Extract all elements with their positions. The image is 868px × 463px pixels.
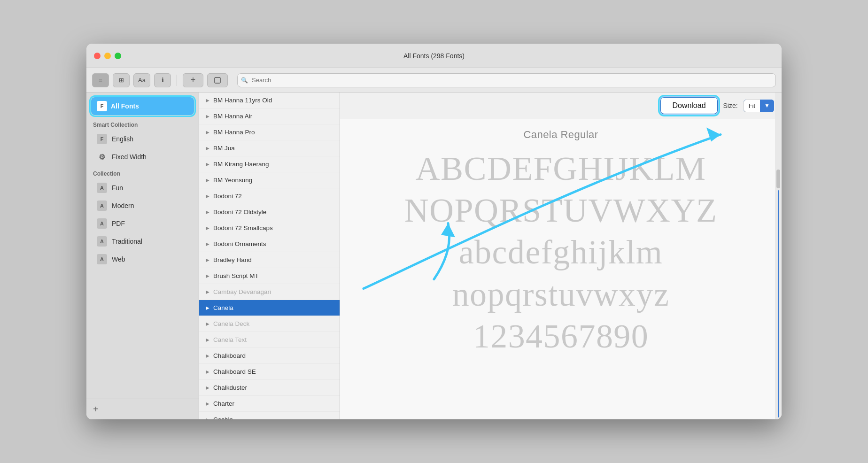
expand-arrow: ▶	[206, 337, 209, 342]
web-icon: A	[97, 254, 107, 264]
expand-arrow: ▶	[206, 385, 209, 390]
expand-arrow: ▶	[206, 225, 209, 231]
sidebar-item-web[interactable]: A Web	[90, 251, 195, 268]
info-button[interactable]: ℹ	[154, 73, 171, 87]
search-icon: 🔍	[241, 77, 248, 84]
font-item-bodoni-72-oldstyle[interactable]: ▶ Bodoni 72 Oldstyle	[199, 204, 340, 220]
expand-arrow: ▶	[206, 130, 209, 135]
font-name: BM Jua	[213, 145, 235, 152]
font-item-canela[interactable]: ▶ Canela	[199, 300, 340, 316]
grid-view-button[interactable]: ⊞	[113, 73, 130, 87]
font-item-bm-kirang-haerang[interactable]: ▶ BM Kirang Haerang	[199, 156, 340, 172]
traditional-icon: A	[97, 236, 107, 247]
font-item-canela-deck[interactable]: ▶ Canela Deck	[199, 316, 340, 332]
expand-arrow: ▶	[206, 257, 209, 262]
sidebar-item-modern[interactable]: A Modern	[90, 197, 195, 214]
font-item-bm-jua[interactable]: ▶ BM Jua	[199, 140, 340, 156]
app-window: All Fonts (298 Fonts) ≡ ⊞ Aa ℹ + 🔍 F	[86, 44, 782, 419]
font-item-bodoni-ornaments[interactable]: ▶ Bodoni Ornaments	[199, 236, 340, 252]
font-name: Bodoni Ornaments	[213, 240, 266, 247]
preview-toolbar: Download Size: Fit ▼	[340, 93, 782, 119]
minimize-button[interactable]	[104, 53, 111, 59]
font-name: Bodoni 72 Smallcaps	[213, 224, 273, 232]
expand-arrow: ▶	[206, 114, 209, 119]
sidebar-item-pdf[interactable]: A PDF	[90, 215, 195, 232]
font-item-bodoni-72-smallcaps[interactable]: ▶ Bodoni 72 Smallcaps	[199, 220, 340, 236]
font-name: Chalkduster	[213, 384, 247, 391]
expand-arrow: ▶	[206, 289, 209, 294]
window-title: All Fonts (298 Fonts)	[403, 52, 465, 60]
preview-lowercase2: nopqrstuvwxyz	[452, 276, 670, 313]
size-chevron-icon[interactable]: ▼	[760, 100, 774, 112]
sidebar-item-fixed-width[interactable]: ⚙ Fixed Width	[90, 148, 195, 165]
font-view-button[interactable]: Aa	[133, 73, 150, 87]
font-item-bm-hanna-pro[interactable]: ▶ BM Hanna Pro	[199, 124, 340, 140]
list-view-button[interactable]: ≡	[92, 73, 109, 87]
close-button[interactable]	[94, 53, 101, 59]
font-item-bodoni-72[interactable]: ▶ Bodoni 72	[199, 188, 340, 204]
fixed-width-label: Fixed Width	[112, 153, 147, 161]
font-item-charter[interactable]: ▶ Charter	[199, 396, 340, 412]
font-item-brush-script-mt[interactable]: ▶ Brush Script MT	[199, 268, 340, 284]
toolbar: ≡ ⊞ Aa ℹ + 🔍	[86, 68, 782, 93]
sidebar: F All Fonts Smart Collection F English ⚙…	[86, 93, 199, 419]
download-button[interactable]: Download	[660, 97, 717, 114]
font-name: Charter	[213, 400, 234, 407]
font-item-chalkboard-se[interactable]: ▶ Chalkboard SE	[199, 364, 340, 380]
font-name: Canela Deck	[213, 320, 249, 327]
fun-icon: A	[97, 183, 107, 193]
add-button[interactable]: +	[183, 73, 203, 87]
traditional-label: Traditional	[112, 238, 142, 245]
sidebar-add-collection-button[interactable]: +	[93, 404, 99, 415]
toolbar-divider-1	[177, 75, 177, 86]
preview-uppercase: ABCDEFGHIJKLM	[416, 150, 706, 187]
font-item-cambay-devanagari[interactable]: ▶ Cambay Devanagari	[199, 284, 340, 300]
font-item-chalkboard[interactable]: ▶ Chalkboard	[199, 348, 340, 364]
smart-collection-title: Smart Collection	[86, 117, 199, 130]
preview-font-name: Canela Regular	[523, 129, 598, 141]
font-item-bm-hanna-air[interactable]: ▶ BM Hanna Air	[199, 108, 340, 124]
font-item-bm-hanna-11yrs[interactable]: ▶ BM Hanna 11yrs Old	[199, 93, 340, 108]
expand-arrow: ▶	[206, 177, 209, 183]
preview-scrollbar[interactable]	[775, 93, 782, 419]
modern-label: Modern	[112, 202, 134, 209]
preview-lowercase: abcdefghijklm	[459, 234, 663, 271]
font-name: Cambay Devanagari	[213, 288, 271, 295]
expand-arrow: ▶	[206, 193, 209, 199]
font-item-cochin[interactable]: ▶ Cochin	[199, 412, 340, 419]
english-label: English	[112, 135, 133, 143]
scrollbar-line	[778, 190, 779, 417]
font-name: BM Yeonsung	[213, 177, 252, 184]
search-input[interactable]	[237, 73, 776, 87]
maximize-button[interactable]	[115, 53, 121, 59]
sidebar-item-english[interactable]: F English	[90, 131, 195, 147]
fixed-width-icon: ⚙	[97, 152, 107, 162]
svg-rect-0	[215, 77, 220, 83]
sidebar-item-traditional[interactable]: A Traditional	[90, 233, 195, 250]
all-fonts-icon: F	[97, 101, 107, 111]
preview-button[interactable]	[207, 73, 228, 87]
font-item-canela-text[interactable]: ▶ Canela Text	[199, 332, 340, 348]
scrollbar-thumb[interactable]	[776, 170, 780, 188]
font-item-chalkduster[interactable]: ▶ Chalkduster	[199, 380, 340, 396]
pdf-icon: A	[97, 218, 107, 229]
all-fonts-label: All Fonts	[111, 102, 139, 110]
expand-arrow: ▶	[206, 353, 209, 358]
preview-uppercase2: NOPQRSTUVWXYZ	[404, 192, 718, 229]
font-item-bradley-hand[interactable]: ▶ Bradley Hand	[199, 252, 340, 268]
collection-title: Collection	[86, 166, 199, 179]
preview-content: Canela Regular ABCDEFGHIJKLM NOPQRSTUVWX…	[340, 119, 782, 419]
preview-numbers: 1234567890	[473, 318, 649, 355]
font-name: BM Kirang Haerang	[213, 161, 269, 168]
font-name: BM Hanna Pro	[213, 129, 255, 136]
sidebar-item-fun[interactable]: A Fun	[90, 179, 195, 196]
font-name: Bodoni 72 Oldstyle	[213, 208, 266, 216]
sidebar-item-all-fonts[interactable]: F All Fonts	[91, 97, 194, 115]
preview-icon	[214, 77, 221, 84]
font-item-bm-yeonsung[interactable]: ▶ BM Yeonsung	[199, 172, 340, 188]
font-name: Bodoni 72	[213, 193, 242, 200]
modern-icon: A	[97, 201, 107, 211]
web-label: Web	[112, 255, 125, 263]
font-name: Chalkboard SE	[213, 368, 256, 375]
expand-arrow: ▶	[206, 162, 209, 167]
